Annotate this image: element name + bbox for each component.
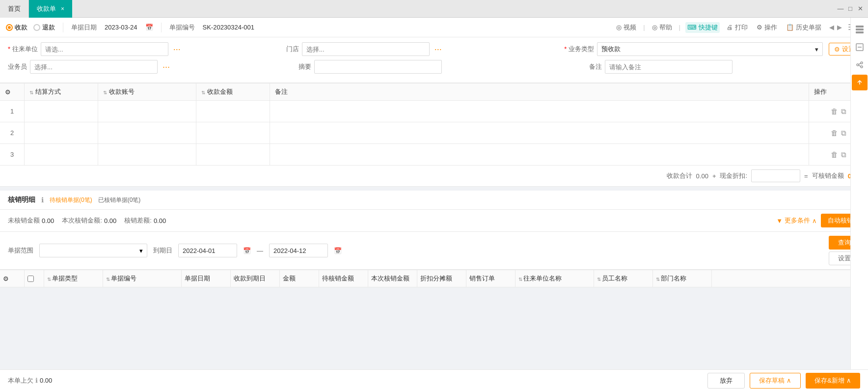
uncancelled-value: 0.00 <box>42 217 54 224</box>
td-account-2[interactable] <box>98 122 196 143</box>
bth-number: 单据编号 <box>103 270 182 287</box>
sidebar-icon-2[interactable] <box>852 39 868 55</box>
collect-total-value: 0.00 <box>696 172 708 180</box>
td-amount-3[interactable] <box>196 144 270 165</box>
history-button[interactable]: 📋 历史单据 <box>784 22 823 33</box>
sidebar-icon-1[interactable] <box>852 22 868 37</box>
td-note-1[interactable] <box>270 101 809 122</box>
video-button[interactable]: ◎ 视频 <box>614 22 638 33</box>
calendar-icon[interactable]: 📅 <box>145 24 153 31</box>
tab-active[interactable]: 收款单 × <box>29 0 72 18</box>
bth-amount: 金额 <box>280 270 319 287</box>
copy-icon-3[interactable]: ⧉ <box>841 150 846 159</box>
from-unit-more-btn[interactable]: ··· <box>171 45 183 54</box>
number-label: 单据编号 <box>169 23 195 32</box>
td-note-3[interactable] <box>270 144 809 165</box>
form-row-1: 往来单位 ··· 门店 ··· 业务类型 预收款 ⚙ 设置 <box>8 42 860 56</box>
sidebar-icon-3[interactable] <box>852 57 868 73</box>
bth-checkbox[interactable] <box>25 270 44 287</box>
row-num-2: 2 <box>0 122 25 143</box>
sort-icon-amount <box>201 88 205 96</box>
from-unit-input[interactable] <box>41 42 168 56</box>
copy-icon-2[interactable]: ⧉ <box>841 129 846 138</box>
table-row: 3 🗑 ⧉ <box>0 144 868 166</box>
print-button[interactable]: 🖨 打印 <box>725 22 750 33</box>
note-input[interactable] <box>605 60 732 74</box>
nav-prev-arrow[interactable]: ◀ <box>828 23 835 32</box>
svg-line-9 <box>859 65 861 66</box>
radio-receive-label: 收款 <box>15 23 27 32</box>
save-draft-button[interactable]: 保存草稿 ∧ <box>750 373 801 389</box>
completed-tab[interactable]: 已核销单据(0笔) <box>98 196 141 204</box>
help-icon: ◎ <box>652 24 657 31</box>
discount-input[interactable] <box>751 169 800 182</box>
staff-more-btn[interactable]: ··· <box>161 62 172 71</box>
nav-next-arrow[interactable]: ▶ <box>836 23 843 32</box>
business-type-select[interactable]: 预收款 <box>597 42 823 56</box>
summary-input[interactable] <box>314 60 442 74</box>
th-settlement: 结算方式 <box>25 84 98 100</box>
bth-staff: 员工名称 <box>594 270 653 287</box>
this-cancel-value: 0.00 <box>104 217 116 224</box>
radio-receive[interactable]: 收款 <box>6 23 27 32</box>
th-amount: 收款金额 <box>196 84 270 100</box>
date-label: 单据日期 <box>71 23 97 32</box>
svg-point-7 <box>861 66 863 68</box>
abandon-button[interactable]: 放弃 <box>707 373 745 389</box>
start-calendar-icon[interactable]: 📅 <box>243 247 251 254</box>
table-row: 2 🗑 ⧉ <box>0 122 868 144</box>
radio-refund[interactable]: 退款 <box>33 23 55 32</box>
td-amount-2[interactable] <box>196 122 270 143</box>
staff-field: 业务员 ··· <box>8 60 279 74</box>
main-table-wrapper: ⚙ 结算方式 收款账号 收款金额 备注 操作 1 🗑 ⧉ <box>0 83 868 166</box>
maximize-button[interactable]: □ <box>846 5 854 13</box>
verify-info-icon[interactable]: ℹ <box>41 196 44 204</box>
td-settlement-3[interactable] <box>25 144 98 165</box>
footer-info-icon[interactable]: ℹ <box>35 377 38 384</box>
td-note-2[interactable] <box>270 122 809 143</box>
date-value: 2023-03-24 <box>105 24 137 31</box>
td-account-3[interactable] <box>98 144 196 165</box>
close-button[interactable]: ✕ <box>856 5 864 13</box>
delete-icon-2[interactable]: 🗑 <box>831 129 838 137</box>
tab-bar: 首页 收款单 × — □ ✕ <box>0 0 868 18</box>
video-icon: ◎ <box>616 24 622 31</box>
tab-home[interactable]: 首页 <box>0 0 29 18</box>
copy-icon-1[interactable]: ⧉ <box>841 107 846 116</box>
svg-point-5 <box>857 64 859 66</box>
store-more-btn[interactable]: ··· <box>433 45 444 54</box>
td-amount-1[interactable] <box>196 101 270 122</box>
business-type-value: 预收款 <box>601 45 621 54</box>
tab-close-icon[interactable]: × <box>61 5 64 12</box>
end-date-input[interactable] <box>269 244 328 257</box>
top-toolbar: 收款 退款 单据日期 2023-03-24 📅 单据编号 SK-20230324… <box>0 18 868 37</box>
bth-sales-order: 销售订单 <box>466 270 515 287</box>
operation-button[interactable]: ⚙ 操作 <box>755 22 779 33</box>
verify-section-header: 核销明细 ℹ 待核销单据(0笔) 已核销单据(0笔) <box>0 191 868 210</box>
start-date-input[interactable] <box>178 244 237 257</box>
shortcut-icon: ⌨ <box>687 24 697 31</box>
staff-input[interactable] <box>30 60 158 74</box>
shortcut-button[interactable]: ⌨ 快捷键 <box>685 22 720 33</box>
end-calendar-icon[interactable]: 📅 <box>334 247 342 254</box>
th-settings[interactable]: ⚙ <box>0 84 25 100</box>
td-settlement-2[interactable] <box>25 122 98 143</box>
save-new-button[interactable]: 保存&新增 ∧ <box>806 373 860 389</box>
select-all-checkbox[interactable] <box>27 276 34 282</box>
delete-icon-3[interactable]: 🗑 <box>831 150 838 159</box>
right-sidebar <box>850 18 868 369</box>
delete-icon-1[interactable]: 🗑 <box>831 107 838 115</box>
store-input[interactable] <box>302 42 430 56</box>
sort-icon-type <box>47 275 51 282</box>
help-button[interactable]: ◎ 帮助 <box>650 22 674 33</box>
bth-settings[interactable]: ⚙ <box>0 270 25 287</box>
pending-tab[interactable]: 待核销单据(0笔) <box>50 196 92 204</box>
td-settlement-1[interactable] <box>25 101 98 122</box>
range-select[interactable]: ▾ <box>39 244 147 257</box>
td-account-1[interactable] <box>98 101 196 122</box>
sidebar-icon-4[interactable] <box>852 75 868 90</box>
minimize-button[interactable]: — <box>837 5 844 13</box>
more-conditions-btn[interactable]: ▼ 更多条件 ∧ <box>776 216 817 225</box>
tab-home-label: 首页 <box>8 4 21 13</box>
bth-from-unit: 往来单位名称 <box>515 270 594 287</box>
